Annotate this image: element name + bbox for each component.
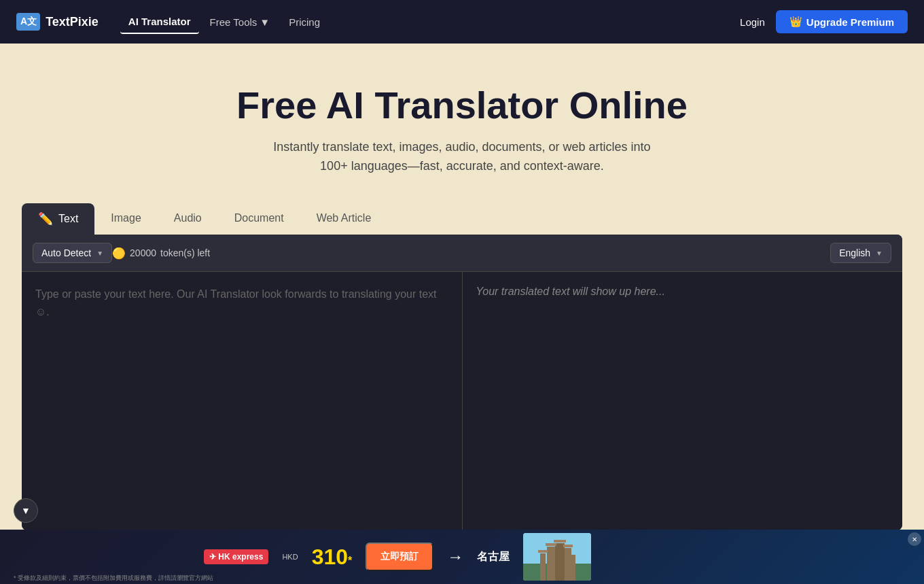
tab-web-article[interactable]: Web Article xyxy=(300,203,388,235)
chevron-down-icon: ▼ xyxy=(876,250,883,257)
main-content: ✏️ Text Image Audio Document Web Article… xyxy=(0,203,924,557)
ad-banner: ✈ HK express HKD 310* 立即預訂 → 名古屋 xyxy=(0,530,924,584)
login-button[interactable]: Login xyxy=(740,16,765,28)
ad-content: ✈ HK express HKD 310* 立即預訂 → 名古屋 xyxy=(190,533,734,581)
ad-disclaimer: * 受條款及細則約束，票價不包括附加費用或服務費，詳情請瀏覽官方網站 xyxy=(14,574,213,583)
coin-icon: 🟡 xyxy=(112,247,126,260)
svg-rect-10 xyxy=(563,545,573,547)
token-info: 🟡 20000 token(s) left xyxy=(112,247,210,260)
tab-audio[interactable]: Audio xyxy=(158,203,218,235)
logo[interactable]: A文 TextPixie xyxy=(16,13,99,31)
ad-currency: HKD xyxy=(282,553,298,561)
crown-icon: 👑 xyxy=(789,16,802,28)
castle-illustration xyxy=(523,533,591,581)
svg-rect-2 xyxy=(540,553,546,581)
navbar: A文 TextPixie AI Translator Free Tools ▼ … xyxy=(0,0,924,44)
ad-cta-button[interactable]: 立即預訂 xyxy=(366,543,433,571)
svg-rect-4 xyxy=(555,543,565,581)
ad-price: 310* xyxy=(312,545,353,570)
text-tab-icon: ✏️ xyxy=(38,211,53,226)
logo-icon: A文 xyxy=(16,13,40,31)
translated-output: Your translated text will show up here..… xyxy=(463,272,903,530)
svg-rect-7 xyxy=(538,550,548,553)
hero-section: Free AI Translator Online Instantly tran… xyxy=(0,44,924,203)
chevron-down-icon: ▼ xyxy=(21,505,31,516)
translator-container: Auto Detect ▼ 🟡 20000 token(s) left Engl… xyxy=(22,235,902,530)
svg-rect-3 xyxy=(547,547,555,581)
translator-header: Auto Detect ▼ 🟡 20000 token(s) left Engl… xyxy=(22,235,902,272)
source-panel xyxy=(22,272,463,530)
translator-panels: Your translated text will show up here..… xyxy=(22,272,902,530)
ad-close-button[interactable]: ✕ xyxy=(908,532,921,546)
nav-item-free-tools[interactable]: Free Tools ▼ xyxy=(202,11,279,33)
svg-rect-9 xyxy=(554,540,566,543)
nav-item-ai-translator[interactable]: AI Translator xyxy=(120,10,199,34)
source-language-selector[interactable]: Auto Detect ▼ xyxy=(33,243,112,263)
tab-image[interactable]: Image xyxy=(94,203,157,235)
hero-title: Free AI Translator Online xyxy=(14,84,910,126)
chevron-down-icon: ▼ xyxy=(260,16,270,28)
ad-destination-image xyxy=(523,533,591,581)
ad-destination: 名古屋 xyxy=(477,550,510,564)
logo-text: TextPixie xyxy=(46,15,99,29)
nav-right: Login 👑 Upgrade Premium xyxy=(740,10,908,33)
hkexpress-icon: ✈ xyxy=(209,552,216,562)
expand-button[interactable]: ▼ xyxy=(14,498,38,523)
nav-links: AI Translator Free Tools ▼ Pricing xyxy=(120,10,740,34)
target-panel: Your translated text will show up here..… xyxy=(463,272,903,530)
nav-item-pricing[interactable]: Pricing xyxy=(281,11,328,33)
tab-document[interactable]: Document xyxy=(218,203,300,235)
upgrade-premium-button[interactable]: 👑 Upgrade Premium xyxy=(776,10,908,33)
tab-text[interactable]: ✏️ Text xyxy=(22,203,94,235)
chevron-down-icon: ▼ xyxy=(96,250,103,257)
svg-rect-5 xyxy=(565,548,571,581)
ad-brand-logo: ✈ HK express xyxy=(204,549,268,564)
svg-rect-6 xyxy=(571,555,575,581)
hero-subtitle: Instantly translate text, images, audio,… xyxy=(14,137,910,177)
target-language-selector[interactable]: English ▼ xyxy=(830,243,891,263)
svg-rect-8 xyxy=(546,543,556,546)
tabs-container: ✏️ Text Image Audio Document Web Article xyxy=(22,203,902,235)
ad-arrow-icon: → xyxy=(447,547,463,566)
source-text-input[interactable] xyxy=(22,272,462,530)
